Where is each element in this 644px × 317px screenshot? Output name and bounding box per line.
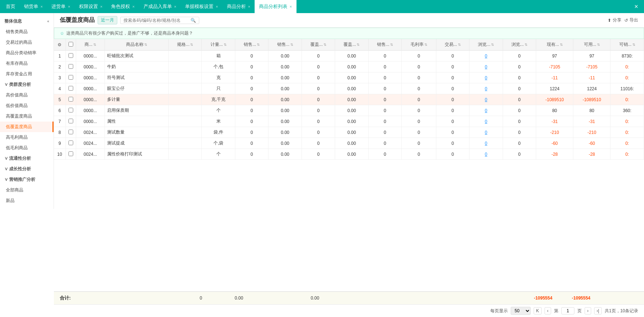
row-checkbox[interactable] <box>66 83 76 94</box>
close-roles-icon[interactable]: × <box>132 4 134 9</box>
close-purchase-icon[interactable]: × <box>68 4 70 9</box>
sidebar-item-stock-capital[interactable]: 库存资金占用 <box>0 69 54 79</box>
row-browse1[interactable]: 0 <box>470 138 503 149</box>
sidebar: 整体信息 « 销售类商品 交易过的商品 商品分类动销率 有库存商品 库存资金占用… <box>0 13 54 209</box>
nav-purchase[interactable]: 进货单 × <box>47 0 74 13</box>
sidebar-item-sales-goods[interactable]: 销售类商品 <box>0 27 54 37</box>
nav-template-settings[interactable]: 单据模板设置 × <box>181 0 222 13</box>
row-sales1: 0 <box>235 116 268 127</box>
sidebar-item-category-turnover[interactable]: 商品分类动销率 <box>0 48 54 58</box>
footer-sales1 <box>76 294 182 302</box>
row-name: 测试数量 <box>105 127 169 138</box>
current-page-input[interactable] <box>561 307 574 314</box>
row-checkbox[interactable] <box>66 62 76 72</box>
sidebar-item-low-coverage[interactable]: 低覆盖度商品 <box>0 122 54 132</box>
table-row: 7 0000... 属性 米 0 0.00 0 0.00 0 0 0 0 0 -… <box>54 116 644 127</box>
row-cover2: 0.00 <box>335 138 368 149</box>
sidebar-section-overall[interactable]: 整体信息 « <box>0 16 54 27</box>
sidebar-item-high-coverage[interactable]: 高覆盖度商品 <box>0 111 54 122</box>
sidebar-section-cluster[interactable]: ∨ 类群度分析 <box>0 79 54 90</box>
close-permissions-icon[interactable]: × <box>100 4 102 9</box>
col-stock2: 可用...⇅ <box>573 39 610 51</box>
sidebar-item-all-goods[interactable]: 全部商品 <box>0 185 54 195</box>
row-cover1: 0 <box>302 149 335 160</box>
row-browse1[interactable]: 0 <box>470 72 503 83</box>
sidebar-item-high-value[interactable]: 高价值商品 <box>0 90 54 100</box>
search-input[interactable] <box>123 18 189 23</box>
close-analysis-icon[interactable]: × <box>248 4 250 9</box>
sidebar-section-marketing[interactable]: ∨ 营销推广分析 <box>0 174 54 185</box>
settings-icon[interactable]: ⚙ <box>58 42 62 47</box>
sidebar-section-liquidity[interactable]: ∨ 流通性分析 <box>0 153 54 164</box>
sidebar-section-growth[interactable]: ∨ 成长性分析 <box>0 164 54 174</box>
sidebar-item-with-stock[interactable]: 有库存商品 <box>0 58 54 69</box>
row-checkbox[interactable] <box>66 149 76 160</box>
search-icon[interactable]: 🔍 <box>191 18 196 23</box>
select-all-checkbox[interactable] <box>68 42 73 47</box>
row-checkbox[interactable] <box>66 105 76 116</box>
row-name: 旺铺批次测试 <box>105 51 169 62</box>
row-code: 0024... <box>76 127 105 138</box>
row-spec <box>169 138 202 149</box>
nav-product-analysis-list[interactable]: 商品分析列表 × <box>255 0 296 13</box>
row-stock1: -210 <box>536 127 573 138</box>
row-browse1[interactable]: 0 <box>470 51 503 62</box>
row-browse1[interactable]: 0 <box>470 149 503 160</box>
settings-col-header[interactable]: ⚙ <box>54 39 66 51</box>
top-navigation: 首页 销货单 × 进货单 × 权限设置 × 角色授权 × 产成品入库单 × 单据… <box>0 0 644 13</box>
row-checkbox[interactable] <box>66 138 76 149</box>
sidebar-item-traded-goods[interactable]: 交易过的商品 <box>0 37 54 48</box>
close-analysis-list-icon[interactable]: × <box>290 4 292 9</box>
sidebar-item-low-value[interactable]: 低价值商品 <box>0 100 54 111</box>
close-sales-icon[interactable]: × <box>40 4 43 9</box>
nav-sales[interactable]: 销货单 × <box>20 0 47 13</box>
row-checkbox[interactable] <box>66 72 76 83</box>
row-no: 9 <box>54 138 66 149</box>
row-browse1[interactable]: 0 <box>470 105 503 116</box>
window-close-button[interactable]: × <box>630 0 643 13</box>
row-checkbox[interactable] <box>66 116 76 127</box>
row-browse1[interactable]: 0 <box>470 62 503 72</box>
row-sales3: 0 <box>368 51 401 62</box>
time-filter-button[interactable]: 近一月 <box>98 16 117 24</box>
page-size-select[interactable]: 50 100 200 <box>511 307 531 315</box>
row-browse1[interactable]: 0 <box>470 116 503 127</box>
row-checkbox[interactable] <box>66 94 76 105</box>
row-checkbox[interactable] <box>66 51 76 62</box>
row-gross-rate: 0 <box>402 127 436 138</box>
sidebar-item-low-margin[interactable]: 低毛利商品 <box>0 143 54 153</box>
sidebar-item-new-goods[interactable]: 新品 <box>0 195 54 206</box>
row-stock2: -210 <box>573 127 610 138</box>
row-sales2: 0.00 <box>268 138 302 149</box>
next-page-button[interactable]: › <box>585 307 591 314</box>
nav-finished-goods[interactable]: 产成品入库单 × <box>139 0 181 13</box>
nav-home[interactable]: 首页 <box>1 0 20 13</box>
nav-permissions[interactable]: 权限设置 × <box>75 0 107 13</box>
row-gross-rate: 0 <box>402 116 436 127</box>
close-template-icon[interactable]: × <box>216 4 218 9</box>
export-button[interactable]: ↺ 导出 <box>624 17 638 23</box>
footer-cells: 0 0.00 0.00 -1095554 -1095554 <box>76 294 638 302</box>
footer-gross <box>372 294 410 302</box>
last-page-button[interactable]: ›| <box>594 307 602 314</box>
row-stock1: 1224 <box>536 83 573 94</box>
checkbox-col-header[interactable] <box>66 39 76 51</box>
row-trade: 0 <box>436 149 469 160</box>
prev-page-button[interactable]: ‹ <box>545 307 551 314</box>
first-page-button[interactable]: K <box>534 307 542 314</box>
row-browse1[interactable]: 0 <box>470 94 503 105</box>
row-trade: 0 <box>436 105 469 116</box>
row-browse1[interactable]: 0 <box>470 127 503 138</box>
total-label: 共1页，10条记录 <box>605 308 638 314</box>
nav-product-analysis[interactable]: 商品分析 × <box>223 0 255 13</box>
row-cover2: 0.00 <box>335 62 368 72</box>
footer-label: 合计: <box>60 295 71 301</box>
nav-roles[interactable]: 角色授权 × <box>107 0 139 13</box>
row-gross-rate: 0 <box>402 72 436 83</box>
share-button[interactable]: ⬆ 分享 <box>608 17 621 23</box>
close-finished-goods-icon[interactable]: × <box>174 4 176 9</box>
row-browse1[interactable]: 0 <box>470 83 503 94</box>
sidebar-item-high-margin[interactable]: 高毛利商品 <box>0 132 54 143</box>
row-stock1: -7105 <box>536 62 573 72</box>
row-checkbox[interactable] <box>66 127 76 138</box>
